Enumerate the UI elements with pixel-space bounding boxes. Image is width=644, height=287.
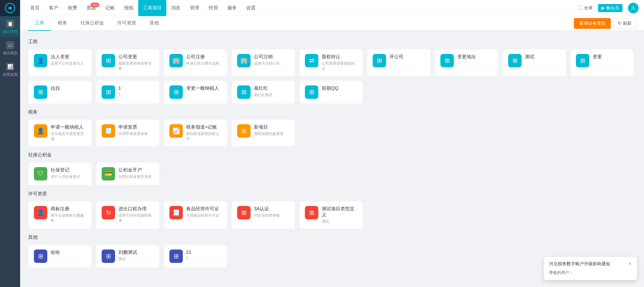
test-type-def-title: 测试项目类型定义 xyxy=(322,206,357,218)
test1-icon: ⊞ xyxy=(508,54,522,67)
fullscreen-btn[interactable]: ⛶ 全屏 xyxy=(578,5,593,11)
card-change-taxpayer[interactable]: ⊞ 变更一般纳税人 xyxy=(164,80,227,104)
nav-industry[interactable]: 工商项目 xyxy=(138,0,166,16)
legal-change-title: 法人变更 xyxy=(51,54,86,60)
new-project-title: 新项目 xyxy=(254,124,289,130)
social-register-desc: 进行人员社保登记 xyxy=(51,174,86,179)
project-type-icon: 🗂 xyxy=(6,41,14,49)
card-change-address[interactable]: ⊞ 变更地址 xyxy=(435,49,498,76)
liupeng-test-icon: ⊞ xyxy=(102,249,115,263)
card-guhonghong[interactable]: ⊞ 葛红红 葛红红测试 xyxy=(231,80,295,104)
company-cancel-icon: 🏢 xyxy=(237,54,251,67)
card-apply-taxpayer[interactable]: 👤 申请一般纳税人 当月或次月成变更完成 xyxy=(28,119,92,147)
sidebar: 📋 项目管理 🗂 项目类型 📊 进度监测 xyxy=(0,0,20,287)
card-apply-invoice[interactable]: 🧾 申请发票 办理申请发票业务 xyxy=(96,119,160,147)
nav-accounting[interactable]: 记账 xyxy=(101,0,119,16)
nav-manage[interactable]: 管理 xyxy=(185,0,204,16)
social-register-icon: 🛡 xyxy=(34,167,47,181)
card-num21[interactable]: ⊞ 21 1 xyxy=(164,244,227,268)
nav-service[interactable]: 服务 xyxy=(223,0,241,16)
company-change-title: 公司变更 xyxy=(118,54,154,60)
fund-open-desc: 办理公积金相关业务 xyxy=(118,174,154,179)
card-import-export[interactable]: ↻ 进出口权办理 适用于对外贸易经营者 xyxy=(96,201,160,229)
industry-cards-grid: 👤 法人变更 适用于公司变更法人 ⊞ 公司变更 股权变更外的业务变更 🏢 xyxy=(28,49,636,104)
user-avatar[interactable]: 人 xyxy=(628,3,639,13)
tax-section-title: 税务 xyxy=(28,109,636,115)
social-register-title: 社保登记 xyxy=(51,167,86,173)
card-test1[interactable]: ⊞ 测试 xyxy=(502,49,566,76)
card-trademark[interactable]: 👤 商标注册 用于企业商标注册服务 xyxy=(28,201,92,229)
card-tax-report[interactable]: 📈 税务报道+记账 拿到营业执照的新公司 xyxy=(164,119,227,147)
card-front-qq[interactable]: ⊞ 前期QQ xyxy=(299,80,363,104)
legal-change-desc: 适用于公司变更法人 xyxy=(51,61,86,66)
nav-ticket[interactable]: 票据 new xyxy=(82,0,101,16)
sidebar-item-label: 项目类型 xyxy=(3,51,17,56)
top-nav: 首页 客户 收费 票据 new 记账 报税 工商项目 消息 管理 经营 服务 设… xyxy=(20,0,644,16)
card-company-cancel[interactable]: 🏢 公司注销 适用于注销公司 xyxy=(231,49,295,76)
member-btn[interactable]: ▶ 畅会员 xyxy=(598,4,623,12)
apply-invoice-icon: 🧾 xyxy=(102,124,115,138)
sidebar-item-progress-monitor[interactable]: 📊 进度监测 xyxy=(0,59,20,80)
change1-title: 变更 xyxy=(593,54,628,60)
tax-report-title: 税务报道+记账 xyxy=(186,124,222,130)
card-change1[interactable]: ⊞ 变更 xyxy=(570,49,634,76)
3a-cert-title: 3A认证 xyxy=(254,206,289,212)
new-project-desc: 报税加税控盘保管 xyxy=(254,131,289,136)
nav-tax[interactable]: 报税 xyxy=(119,0,138,16)
notification-title: 河北税务数字账户升级影响通知 xyxy=(549,261,610,267)
tax-report-desc: 拿到营业执照的新公司 xyxy=(186,131,222,142)
social-section: 社保公积金 🛡 社保登记 进行人员社保登记 💳 公积金开户 办理公积金相关业务 xyxy=(28,152,636,186)
tab-social[interactable]: 社保公积金 xyxy=(74,16,111,31)
nav-message[interactable]: 消息 xyxy=(166,0,185,16)
license-section: 许可资质 👤 商标注册 用于企业商标注册服务 ↻ 进出口权办理 适用于对外贸易经… xyxy=(28,191,636,229)
project-mgmt-icon: 📋 xyxy=(6,20,14,28)
sidebar-item-project-type[interactable]: 🗂 项目类型 xyxy=(0,38,20,59)
nav-home[interactable]: 首页 xyxy=(25,0,44,16)
card-company-change[interactable]: ⊞ 公司变更 股权变更外的业务变更 xyxy=(96,49,160,76)
change-address-title: 变更地址 xyxy=(457,54,493,60)
liupeng-test-title: 刘鹏测试 xyxy=(118,249,154,256)
tab-industry[interactable]: 工商 xyxy=(28,16,51,31)
liupeng-test-desc: 测试 xyxy=(118,257,154,262)
add-business-type-button[interactable]: 新增业务类型 xyxy=(574,18,611,29)
haha-icon: ⊞ xyxy=(34,249,47,263)
test-type-def-icon: ⊞ xyxy=(305,206,318,219)
num21-icon: ⊞ xyxy=(169,249,183,263)
card-liupeng-test[interactable]: ⊞ 刘鹏测试 测试 xyxy=(96,244,160,268)
card-3a-cert[interactable]: ⊞ 3A认证 对企业信誉评级 xyxy=(231,201,295,229)
company-register-icon: 🏢 xyxy=(169,54,183,67)
num1-title: 1 xyxy=(118,85,154,91)
food-license-desc: 办理食品经营许可证 xyxy=(186,213,222,218)
new-project-icon: ⊞ xyxy=(237,124,251,138)
fund-open-title: 公积金开户 xyxy=(118,167,154,173)
sidebar-item-label: 项目管理 xyxy=(3,29,17,34)
card-new-project[interactable]: ⊞ 新项目 报税加税控盘保管 xyxy=(231,119,295,147)
tab-license[interactable]: 许可资质 xyxy=(111,16,143,31)
nav-settings[interactable]: 设置 xyxy=(241,0,260,16)
card-equity-transfer[interactable]: ⇄ 股权转让 公司变更需要股权转让 xyxy=(299,49,363,76)
card-lala[interactable]: ⊞ 拉拉 xyxy=(28,80,92,104)
nav-billing[interactable]: 收费 xyxy=(63,0,82,16)
num21-title: 21 xyxy=(186,249,222,255)
card-food-license[interactable]: 🧾 食品经营许可证 办理食品经营许可证 xyxy=(164,201,227,229)
company-change-icon: ⊞ xyxy=(102,54,115,67)
card-open-company[interactable]: ⊞ 开公司 xyxy=(367,49,431,76)
card-test-type-def[interactable]: ⊞ 测试项目类型定义 测试 xyxy=(299,201,363,229)
card-social-register[interactable]: 🛡 社保登记 进行人员社保登记 xyxy=(28,162,92,186)
tab-tax[interactable]: 税务 xyxy=(51,16,74,31)
food-license-title: 食品经营许可证 xyxy=(186,206,222,212)
nav-customer[interactable]: 客户 xyxy=(44,0,63,16)
nav-operation[interactable]: 经营 xyxy=(204,0,223,16)
card-fund-open[interactable]: 💳 公积金开户 办理公积金相关业务 xyxy=(96,162,160,186)
card-legal-change[interactable]: 👤 法人变更 适用于公司变更法人 xyxy=(28,49,92,76)
sidebar-item-project-mgmt[interactable]: 📋 项目管理 xyxy=(0,16,20,38)
card-num1[interactable]: ⊞ 1 1 xyxy=(96,80,160,104)
card-haha[interactable]: ⊞ 哈哈 xyxy=(28,244,92,268)
notification-close-button[interactable]: × xyxy=(629,261,632,267)
refresh-button[interactable]: ↻ 刷新 xyxy=(613,18,636,29)
ticket-badge: new xyxy=(91,3,99,7)
social-section-title: 社保公积金 xyxy=(28,152,636,158)
card-company-register[interactable]: 🏢 公司注册 申请公司注册全流程 xyxy=(164,49,227,76)
haha-title: 哈哈 xyxy=(51,249,86,256)
tab-other[interactable]: 其他 xyxy=(143,16,166,31)
